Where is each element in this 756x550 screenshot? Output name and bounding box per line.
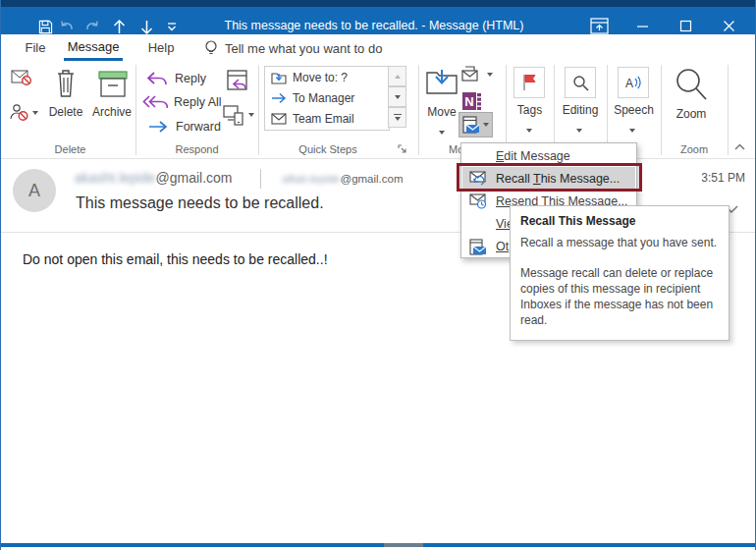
forward-icon [148, 121, 168, 133]
delete-button[interactable]: Delete [44, 64, 87, 121]
recall-message-icon [469, 171, 487, 187]
editing-dropdown-arrow[interactable] [576, 119, 582, 137]
actions-button[interactable] [459, 112, 493, 138]
quick-steps-dialog-launcher[interactable] [398, 144, 407, 154]
undo-icon[interactable] [58, 18, 76, 35]
group-separator [418, 65, 419, 155]
window-top-edge [1, 0, 756, 7]
message-body-text: Do not open this email, this needs to be… [23, 251, 328, 267]
subject-line: This message needs to be recalled. [76, 194, 324, 212]
reply-all-icon [142, 95, 168, 109]
more-respond-actions-button[interactable] [223, 104, 254, 126]
onenote-button[interactable]: N [462, 91, 482, 111]
reply-label: Reply [175, 72, 206, 85]
address-separator [260, 169, 261, 189]
svg-text:N: N [464, 94, 473, 109]
delete-button-label: Delete [44, 105, 87, 119]
recall-tooltip: Recall This Message Recall a message tha… [510, 205, 729, 341]
quick-steps-more-button[interactable] [388, 107, 406, 128]
move-down-icon[interactable] [137, 18, 155, 35]
find-icon [572, 75, 589, 91]
speech-dropdown-arrow[interactable] [629, 119, 635, 137]
archive-button[interactable]: Archive [89, 64, 135, 121]
group-separator [661, 65, 662, 155]
save-icon[interactable] [36, 18, 54, 35]
redo-icon[interactable] [83, 18, 101, 35]
to-local-part: aftab.lepide [282, 173, 340, 185]
svg-text:A: A [625, 77, 633, 90]
follow-up-flag-button[interactable] [513, 67, 545, 98]
tab-help-label: Help [148, 40, 175, 55]
ribbon: Delete Archive Delete Reply Reply All Fo… [1, 62, 756, 159]
tell-me-bulb-icon [203, 39, 219, 57]
tell-me-label: Tell me what you want to do [225, 41, 382, 56]
tooltip-body-line2: Message recall can delete or replace cop… [520, 265, 719, 328]
meeting-button[interactable] [225, 68, 249, 93]
move-dropdown-arrow [439, 121, 445, 138]
zoom-button-label: Zoom [667, 107, 716, 121]
minimize-button[interactable] [625, 15, 659, 36]
quick-steps-gallery: Move to: ? To Manager Team Email [264, 66, 390, 131]
move-button[interactable]: Move [423, 64, 460, 138]
collapse-ribbon-button[interactable] [733, 141, 746, 153]
from-address[interactable]: akasht.lepide@gmail.com [75, 170, 233, 186]
speech-button[interactable]: A [618, 67, 649, 98]
quick-step-team-email[interactable]: Team Email [271, 109, 354, 129]
tell-me-box[interactable]: Tell me what you want to do [225, 41, 382, 56]
archive-icon [97, 70, 129, 99]
actions-icon [462, 116, 480, 134]
group-separator [135, 65, 136, 155]
tags-dropdown-arrow[interactable] [526, 119, 532, 137]
quick-step-move-to[interactable]: Move to: ? [271, 68, 348, 87]
other-actions-icon [469, 239, 487, 254]
move-icon [426, 68, 458, 94]
junk-button[interactable] [9, 103, 38, 122]
tab-file[interactable]: File [15, 34, 56, 61]
ribbon-display-options-icon[interactable] [582, 15, 616, 36]
tab-help[interactable]: Help [138, 34, 184, 61]
quick-steps-group-label: Quick Steps [266, 143, 390, 155]
sender-avatar[interactable]: A [13, 169, 56, 212]
rules-button[interactable] [461, 66, 493, 82]
ribbon-tab-row: File Message Help Tell me what you want … [1, 34, 756, 62]
close-button[interactable] [712, 15, 745, 36]
to-manager-arrow-icon [271, 92, 287, 104]
from-domain: @gmail.com [156, 170, 233, 186]
actions-dropdown-arrow [483, 123, 489, 127]
more-respond-dropdown-arrow [248, 113, 254, 117]
zoom-group-label: Zoom [661, 143, 728, 155]
group-separator [728, 65, 729, 155]
zoom-button[interactable] [673, 66, 710, 103]
chevron-up-icon [733, 141, 746, 153]
menu-item-recall-this-message[interactable]: Recall This Message... [462, 167, 635, 190]
scroll-down-arrow-icon [395, 95, 401, 99]
reply-all-button[interactable]: Reply All [142, 95, 222, 109]
quick-step-to-manager[interactable]: To Manager [271, 88, 354, 108]
reply-button[interactable]: Reply [146, 72, 206, 85]
respond-group-label: Respond [135, 143, 258, 155]
move-button-label: Move [423, 105, 460, 119]
menu-item-edit-message[interactable]: Edit Message [462, 144, 635, 167]
flag-icon [521, 74, 537, 91]
received-time: 3:51 PM [647, 171, 745, 185]
reply-all-label: Reply All [174, 95, 222, 109]
rules-dropdown-arrow [487, 73, 493, 77]
move-up-icon[interactable] [110, 18, 128, 35]
resend-message-icon [469, 193, 487, 209]
scroll-up-arrow-icon [395, 75, 401, 79]
title-bar: This message needs to be recalled. - Mes… [1, 7, 756, 34]
editing-button[interactable] [565, 67, 596, 98]
window-title: This message needs to be recalled. - Mes… [168, 19, 580, 32]
more-respond-actions-icon [223, 104, 244, 126]
quick-step-label: To Manager [293, 91, 354, 105]
quick-steps-scroll-up[interactable] [388, 66, 406, 86]
maximize-button[interactable] [669, 15, 702, 36]
to-address[interactable]: aftab.lepide@gmail.com [282, 173, 404, 185]
forward-button[interactable]: Forward [148, 120, 221, 134]
window-bottom-edge [1, 543, 756, 547]
tags-button-label: Tags [506, 103, 554, 117]
tab-message[interactable]: Message [64, 34, 123, 61]
outlook-message-window: This message needs to be recalled. - Mes… [0, 0, 756, 550]
quick-steps-scroll-down[interactable] [388, 86, 406, 107]
ignore-button[interactable] [11, 68, 32, 85]
